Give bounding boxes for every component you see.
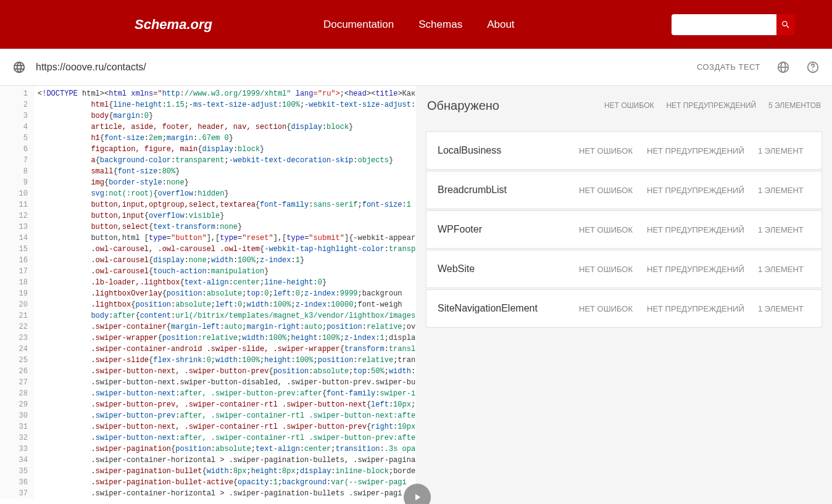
line-gutter: 1234567891011121314151617181920212223242…	[0, 86, 34, 499]
results-stats: НЕТ ОШИБОК НЕТ ПРЕДУПРЕЖДЕНИЙ 5 ЭЛЕМЕНТО…	[604, 101, 821, 110]
result-item[interactable]: BreadcrumbListНЕТ ОШИБОКНЕТ ПРЕДУПРЕЖДЕН…	[426, 171, 822, 209]
code-content: 1234567891011121314151617181920212223242…	[0, 86, 416, 499]
result-errors: НЕТ ОШИБОК	[579, 265, 647, 274]
results-title: Обнаружено	[427, 99, 604, 113]
result-count: 1 ЭЛЕМЕНТ	[758, 265, 810, 274]
code-lines[interactable]: <!DOCTYPE html><html xmlns="http://www.w…	[34, 86, 416, 499]
search-button[interactable]	[776, 14, 795, 35]
result-item[interactable]: SiteNavigationElementНЕТ ОШИБОКНЕТ ПРЕДУ…	[426, 289, 822, 328]
result-count: 1 ЭЛЕМЕНТ	[758, 225, 810, 234]
stat-elements: 5 ЭЛЕМЕНТОВ	[768, 101, 821, 110]
result-warnings: НЕТ ПРЕДУПРЕЖДЕНИЙ	[647, 265, 758, 274]
nav: Documentation Schemas About	[323, 19, 672, 31]
result-item[interactable]: WPFooterНЕТ ОШИБОКНЕТ ПРЕДУПРЕЖДЕНИЙ1 ЭЛ…	[426, 210, 822, 249]
result-count: 1 ЭЛЕМЕНТ	[758, 186, 810, 195]
search-wrap	[672, 14, 795, 35]
nav-about[interactable]: About	[487, 19, 514, 31]
result-count: 1 ЭЛЕМЕНТ	[758, 304, 810, 313]
main: 1234567891011121314151617181920212223242…	[0, 86, 832, 504]
result-warnings: НЕТ ПРЕДУПРЕЖДЕНИЙ	[647, 186, 758, 195]
result-name: WPFooter	[438, 224, 579, 235]
search-icon	[781, 20, 791, 30]
result-item[interactable]: LocalBusinessНЕТ ОШИБОКНЕТ ПРЕДУПРЕЖДЕНИ…	[426, 131, 822, 170]
result-errors: НЕТ ОШИБОК	[579, 225, 647, 234]
result-name: BreadcrumbList	[438, 184, 579, 196]
toolbar-right: СОЗДАТЬ ТЕСТ	[697, 60, 820, 74]
search-input[interactable]	[672, 14, 776, 35]
result-errors: НЕТ ОШИБОК	[579, 186, 647, 195]
svg-point-4	[812, 69, 813, 70]
code-panel: 1234567891011121314151617181920212223242…	[0, 86, 416, 504]
result-warnings: НЕТ ПРЕДУПРЕЖДЕНИЙ	[647, 146, 758, 155]
result-name: LocalBusiness	[438, 145, 579, 156]
nav-schemas[interactable]: Schemas	[418, 19, 462, 31]
results-panel: Обнаружено НЕТ ОШИБОК НЕТ ПРЕДУПРЕЖДЕНИЙ…	[416, 86, 832, 504]
result-name: WebSite	[438, 263, 579, 275]
language-icon[interactable]	[776, 60, 790, 74]
create-test-button[interactable]: СОЗДАТЬ ТЕСТ	[697, 62, 760, 72]
help-icon[interactable]	[806, 60, 820, 74]
result-errors: НЕТ ОШИБОК	[579, 146, 647, 155]
toolbar: https://ooove.ru/contacts/ СОЗДАТЬ ТЕСТ	[0, 49, 832, 86]
logo[interactable]: Schema.org	[135, 17, 212, 33]
globe-icon	[12, 60, 26, 74]
stat-errors: НЕТ ОШИБОК	[604, 101, 654, 110]
result-count: 1 ЭЛЕМЕНТ	[758, 146, 810, 155]
result-item[interactable]: WebSiteНЕТ ОШИБОКНЕТ ПРЕДУПРЕЖДЕНИЙ1 ЭЛЕ…	[426, 250, 822, 288]
stat-warnings: НЕТ ПРЕДУПРЕЖДЕНИЙ	[666, 101, 756, 110]
header: Schema.org Documentation Schemas About	[0, 0, 832, 49]
results-list: LocalBusinessНЕТ ОШИБОКНЕТ ПРЕДУПРЕЖДЕНИ…	[416, 125, 832, 335]
result-errors: НЕТ ОШИБОК	[579, 304, 647, 313]
results-header: Обнаружено НЕТ ОШИБОК НЕТ ПРЕДУПРЕЖДЕНИЙ…	[416, 86, 832, 125]
result-warnings: НЕТ ПРЕДУПРЕЖДЕНИЙ	[647, 304, 758, 313]
url-display: https://ooove.ru/contacts/	[36, 62, 697, 73]
result-name: SiteNavigationElement	[438, 303, 579, 314]
nav-documentation[interactable]: Documentation	[323, 19, 394, 31]
play-icon	[412, 492, 423, 503]
result-warnings: НЕТ ПРЕДУПРЕЖДЕНИЙ	[647, 225, 758, 234]
